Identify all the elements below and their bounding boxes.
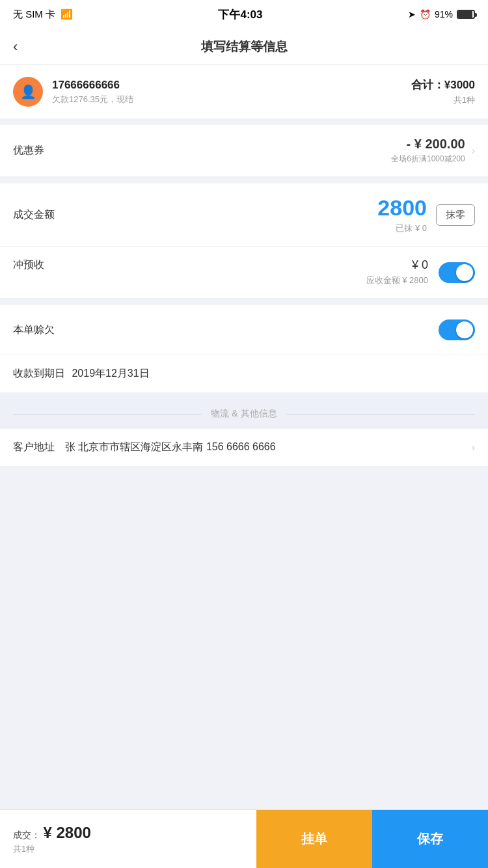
customer-info: 17666666666 欠款1276.35元，现结 — [52, 79, 133, 105]
coupon-chevron-icon: › — [472, 145, 475, 157]
status-left: 无 SIM 卡 📶 — [13, 8, 73, 21]
deal-amount-number: 2800 — [377, 195, 427, 221]
deal-amount-row: 成交金额 2800 已抹 ¥ 0 抹零 — [0, 183, 488, 247]
bottom-info: 成交： ¥ 2800 共1种 — [0, 810, 256, 868]
address-row[interactable]: 客户地址 张 北京市市辖区海淀区永丰南 156 6666 6666 › — [0, 429, 488, 466]
deal-amount-info: 2800 已抹 ¥ 0 — [377, 195, 427, 234]
prepay-label: 冲预收 — [13, 258, 44, 272]
divider-line-right — [286, 414, 475, 414]
content: 👤 17666666666 欠款1276.35元，现结 合计：¥3000 共1种… — [0, 65, 488, 655]
customer-total: 合计：¥3000 — [411, 77, 475, 92]
alarm-icon: ⏰ — [420, 9, 431, 20]
round-zero-button[interactable]: 抹零 — [436, 204, 475, 226]
status-right: ➤ ⏰ 91% — [408, 9, 475, 20]
status-time: 下午4:03 — [218, 7, 262, 22]
coupon-amount: - ¥ 200.00 — [391, 137, 465, 152]
separator-3 — [0, 299, 488, 305]
battery-percent: 91% — [435, 9, 453, 20]
hang-button-label: 挂单 — [301, 830, 327, 848]
bottom-deal-line: 成交： ¥ 2800 — [13, 824, 243, 842]
address-label: 客户地址 — [13, 441, 55, 454]
debt-toggle[interactable] — [439, 319, 475, 340]
gray-background — [0, 466, 488, 596]
bottom-deal-amount: ¥ 2800 — [43, 824, 90, 841]
customer-right: 合计：¥3000 共1种 — [411, 77, 475, 106]
nav-title: 填写结算等信息 — [201, 38, 288, 55]
deal-amount-sub: 已抹 ¥ 0 — [377, 223, 427, 234]
customer-count: 共1种 — [411, 94, 475, 106]
divider-line-left — [13, 414, 202, 414]
battery-fill — [458, 11, 472, 18]
address-value: 张 北京市市辖区海淀区永丰南 156 6666 6666 — [65, 441, 472, 454]
avatar: 👤 — [13, 77, 43, 107]
hang-button[interactable]: 挂单 — [256, 810, 372, 868]
bottom-deal-label: 成交： — [13, 830, 40, 840]
nav-bar: ‹ 填写结算等信息 — [0, 29, 488, 65]
bottom-count: 共1种 — [13, 843, 243, 855]
section-divider-text: 物流 & 其他信息 — [211, 408, 277, 420]
avatar-icon: 👤 — [20, 84, 36, 100]
section-divider: 物流 & 其他信息 — [0, 399, 488, 429]
save-button[interactable]: 保存 — [372, 810, 488, 868]
prepay-sub: 应收金额 ¥ 2800 — [366, 275, 428, 286]
battery-bar — [457, 10, 475, 19]
customer-left: 👤 17666666666 欠款1276.35元，现结 — [13, 77, 133, 107]
prepay-right: ¥ 0 应收金额 ¥ 2800 — [366, 258, 475, 286]
deal-amount-label: 成交金额 — [13, 208, 55, 222]
separator-4 — [0, 392, 488, 399]
bottom-bar: 成交： ¥ 2800 共1种 挂单 保存 — [0, 809, 488, 868]
separator-1 — [0, 118, 488, 125]
location-icon: ➤ — [408, 9, 416, 20]
coupon-row[interactable]: 优惠券 - ¥ 200.00 全场6折满1000减200 › — [0, 125, 488, 177]
due-date-label: 收款到期日 — [13, 368, 65, 379]
back-button[interactable]: ‹ — [8, 33, 23, 61]
debt-row: 本单赊欠 — [0, 305, 488, 355]
separator-2 — [0, 177, 488, 183]
wifi-icon: 📶 — [61, 8, 73, 20]
prepay-amount: ¥ 0 — [366, 258, 428, 272]
coupon-label: 优惠券 — [13, 144, 44, 157]
coupon-info: - ¥ 200.00 全场6折满1000减200 — [391, 137, 465, 165]
customer-card: 👤 17666666666 欠款1276.35元，现结 合计：¥3000 共1种 — [0, 65, 488, 118]
deal-right: 2800 已抹 ¥ 0 抹零 — [377, 195, 475, 234]
status-bar: 无 SIM 卡 📶 下午4:03 ➤ ⏰ 91% — [0, 0, 488, 29]
due-date-value: 2019年12月31日 — [72, 368, 149, 379]
prepay-row: 冲预收 ¥ 0 应收金额 ¥ 2800 — [0, 247, 488, 299]
customer-sub: 欠款1276.35元，现结 — [52, 94, 133, 105]
coupon-desc: 全场6折满1000减200 — [391, 154, 465, 165]
address-chevron-icon: › — [472, 442, 475, 454]
prepay-amounts: ¥ 0 应收金额 ¥ 2800 — [366, 258, 428, 286]
due-date-row: 收款到期日 2019年12月31日 — [0, 355, 488, 392]
prepay-toggle[interactable] — [439, 262, 475, 283]
save-button-label: 保存 — [417, 830, 443, 848]
coupon-right: - ¥ 200.00 全场6折满1000减200 › — [391, 137, 475, 165]
customer-phone: 17666666666 — [52, 79, 133, 92]
no-sim-text: 无 SIM 卡 — [13, 8, 55, 21]
debt-label: 本单赊欠 — [13, 323, 55, 337]
